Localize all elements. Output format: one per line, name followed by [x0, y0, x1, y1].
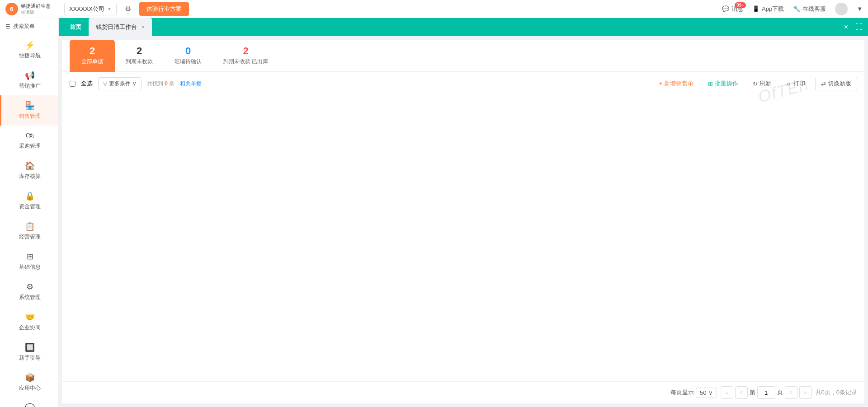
warehouse-icon: 🏠	[25, 161, 35, 171]
sidebar-item-basic-info[interactable]: ⊞ 基础信息	[0, 246, 58, 276]
sidebar: ☰ 搜索菜单 ⚡ 快捷导航 📢 营销推广 🏪 销售管理 🛍 采购管理 🏠 库存核…	[0, 18, 59, 407]
select-all-checkbox[interactable]	[70, 81, 75, 87]
trial-button[interactable]: 体验行业方案	[139, 2, 189, 16]
sidebar-item-app-center[interactable]: 📦 应用中心	[0, 367, 58, 398]
shop-icon: 🏪	[25, 101, 35, 111]
message-button[interactable]: 💬 消息 99+	[722, 5, 743, 13]
grid-icon: ⊞	[27, 252, 33, 262]
page-content: 2 全部单据 2 到期未收款 0 旺辅待确认 2 到期未收款 已出库	[62, 40, 864, 403]
next-page-button[interactable]: >	[785, 386, 797, 399]
top-bar: 6 畅捷通好生意 标准版 XXXXXX公司 ▼ ⚙ 体验行业方案 💬 消息 99…	[0, 0, 868, 18]
guide-icon: 🔲	[25, 342, 35, 352]
megaphone-icon: 📢	[25, 70, 35, 80]
per-page-select-box[interactable]: 50 ∨	[696, 388, 717, 398]
status-tab-all[interactable]: 2 全部单据	[70, 40, 115, 72]
company-selector[interactable]: XXXXXX公司 ▼	[64, 3, 117, 15]
message-icon: 💬	[722, 5, 729, 12]
related-orders-link[interactable]: 相关单据	[180, 80, 202, 88]
avatar[interactable]	[835, 3, 848, 15]
tab-close-icon[interactable]: ×	[142, 24, 145, 30]
status-tab-overdue[interactable]: 2 到期未收款	[115, 40, 164, 72]
report-icon: 📋	[25, 221, 35, 231]
refresh-icon: ↻	[753, 80, 758, 87]
settings-button[interactable]: ⚙	[121, 2, 135, 16]
sidebar-item-wechat[interactable]: 💬 企业微信	[0, 398, 58, 407]
online-service-button[interactable]: 🔧 在线客服	[793, 5, 826, 13]
minimize-button[interactable]: ×	[842, 21, 850, 33]
tab-bar: 首页 钱货日清工作台 × × ⛶	[59, 18, 868, 36]
user-menu[interactable]: ▼	[857, 5, 863, 12]
status-tabs: 2 全部单据 2 到期未收款 0 旺辅待确认 2 到期未收款 已出库	[62, 40, 864, 72]
prev-page-button[interactable]: <	[735, 386, 748, 399]
wechat-icon: 💬	[25, 403, 35, 407]
top-bar-right: 💬 消息 99+ 📱 App下载 🔧 在线客服 ▼	[722, 3, 863, 15]
more-conditions-button[interactable]: ▽ 更多条件 ∨	[98, 77, 142, 90]
logo-area: 6 畅捷通好生意 标准版	[5, 3, 60, 15]
tab-workbench[interactable]: 钱货日清工作台 ×	[89, 18, 152, 36]
first-page-button[interactable]: «	[721, 386, 733, 399]
bag-icon: 🛍	[26, 131, 34, 140]
app-download-button[interactable]: 📱 App下载	[752, 5, 784, 13]
sidebar-item-finance[interactable]: 🔒 资金管理	[0, 186, 58, 216]
page-number-input[interactable]	[757, 386, 775, 399]
last-page-button[interactable]: »	[799, 386, 812, 399]
status-tab-overdue-shipped[interactable]: 2 到期未收款 已出库	[212, 40, 279, 72]
lightning-icon: ⚡	[25, 40, 35, 50]
handshake-icon: 🤝	[25, 312, 35, 322]
main-layout: ☰ 搜索菜单 ⚡ 快捷导航 📢 营销推广 🏪 销售管理 🛍 采购管理 🏠 库存核…	[0, 18, 868, 407]
tab-home[interactable]: 首页	[62, 18, 89, 36]
chevron-down-icon: ▼	[857, 5, 863, 12]
chevron-down-icon: ∨	[132, 80, 137, 87]
sidebar-item-newbie[interactable]: 🔲 新手引导	[0, 337, 58, 367]
toolbar: 全选 ▽ 更多条件 ∨ 共找到 0 条 相关单据 + 新增销售单 ⊞ 批量操作	[62, 72, 864, 95]
message-badge: 99+	[735, 2, 746, 8]
per-page-selector: 每页显示 50 ∨	[670, 388, 717, 398]
tab-bar-actions: × ⛶	[842, 21, 864, 33]
batch-operation-button[interactable]: ⊞ 批量操作	[703, 77, 743, 90]
total-records: 共0页，0条记录	[816, 388, 857, 397]
sidebar-item-operations[interactable]: 📋 经营管理	[0, 216, 58, 246]
sidebar-item-enterprise-coop[interactable]: 🤝 企业协同	[0, 307, 58, 337]
top-bar-left: 6 畅捷通好生意 标准版 XXXXXX公司 ▼ ⚙ 体验行业方案	[5, 2, 189, 16]
sidebar-item-quick-nav[interactable]: ⚡ 快捷导航	[0, 35, 58, 65]
logo-icon: 6	[5, 3, 18, 15]
chevron-down-icon: ∨	[708, 389, 713, 396]
chevron-down-icon: ▼	[107, 6, 112, 11]
batch-icon: ⊞	[708, 80, 713, 87]
finance-icon: 🔒	[25, 191, 35, 201]
print-icon: 🖨	[786, 80, 792, 87]
service-icon: 🔧	[793, 5, 800, 12]
toolbar-right: + 新增销售单 ⊞ 批量操作 ↻ 刷新 🖨 打印 ⇄	[655, 77, 857, 90]
sidebar-item-system[interactable]: ⚙ 系统管理	[0, 276, 58, 307]
print-button[interactable]: 🖨 打印	[781, 77, 810, 90]
status-tab-wangfu[interactable]: 0 旺辅待确认	[164, 40, 212, 72]
found-text: 共找到 0 条	[147, 80, 175, 88]
sidebar-item-purchase[interactable]: 🛍 采购管理	[0, 126, 58, 155]
switch-icon: ⇄	[821, 80, 826, 87]
switch-version-button[interactable]: ⇄ 切换新版	[815, 77, 857, 90]
sidebar-item-sales[interactable]: 🏪 销售管理	[0, 95, 58, 126]
sidebar-item-search[interactable]: ☰ 搜索菜单	[0, 18, 58, 35]
sidebar-item-inventory[interactable]: 🏠 库存核算	[0, 155, 58, 186]
pagination: « < 第 页 > »	[721, 386, 812, 399]
download-icon: 📱	[752, 5, 760, 12]
apps-icon: 📦	[25, 373, 35, 383]
refresh-button[interactable]: ↻ 刷新	[748, 77, 776, 90]
watermark: OfTEn	[756, 95, 811, 107]
sidebar-item-marketing[interactable]: 📢 营销推广	[0, 65, 58, 95]
select-all-label: 全选	[81, 80, 93, 88]
system-icon: ⚙	[26, 282, 33, 292]
search-icon: ☰	[5, 23, 10, 30]
page-footer: 每页显示 50 ∨ « < 第 页 > » 共0页，0条记录	[62, 381, 864, 403]
content-area: 首页 钱货日清工作台 × × ⛶ 2 全部单据 2 到期未收款	[59, 18, 868, 407]
add-sales-order-button[interactable]: + 新增销售单	[655, 77, 698, 90]
maximize-button[interactable]: ⛶	[854, 21, 864, 33]
logo-text: 畅捷通好生意 标准版	[21, 3, 51, 15]
table-area: OfTEn	[62, 95, 864, 381]
filter-icon: ▽	[103, 80, 107, 87]
